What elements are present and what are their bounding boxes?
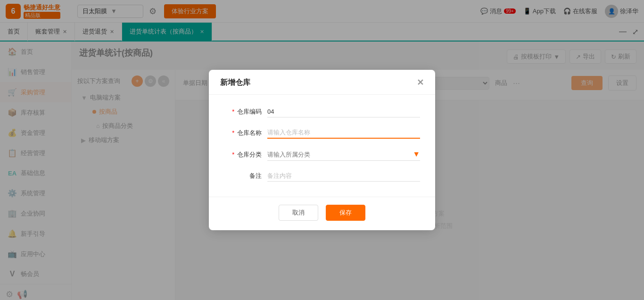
modal-overlay[interactable]: 新增仓库 ✕ * 仓库编码 * 仓库名称 xyxy=(0,0,644,300)
remark-label: 备注 xyxy=(224,172,262,180)
code-required-mark: * xyxy=(232,108,234,115)
form-row-category: * 仓库分类 ▼ xyxy=(224,148,420,161)
category-select-row[interactable]: ▼ xyxy=(267,148,420,161)
dialog-close-btn[interactable]: ✕ xyxy=(417,77,424,88)
category-required-mark: * xyxy=(232,151,234,158)
save-btn[interactable]: 保存 xyxy=(326,205,365,221)
new-warehouse-dialog: 新增仓库 ✕ * 仓库编码 * 仓库名称 xyxy=(209,70,435,230)
name-input[interactable] xyxy=(267,127,420,139)
form-row-code: * 仓库编码 xyxy=(224,106,420,117)
dialog-body: * 仓库编码 * 仓库名称 * 仓库分类 xyxy=(209,95,435,197)
dialog-title: 新增仓库 xyxy=(220,78,250,88)
form-row-remark: 备注 xyxy=(224,170,420,182)
category-label: * 仓库分类 xyxy=(224,150,262,159)
code-label: * 仓库编码 xyxy=(224,108,262,116)
name-label: * 仓库名称 xyxy=(224,129,262,137)
category-dropdown-arrow: ▼ xyxy=(413,150,420,158)
cancel-btn[interactable]: 取消 xyxy=(279,205,318,221)
category-input[interactable] xyxy=(267,151,413,158)
remark-input[interactable] xyxy=(267,170,420,182)
form-row-name: * 仓库名称 xyxy=(224,127,420,139)
dialog-footer: 取消 保存 xyxy=(209,197,435,230)
code-input[interactable] xyxy=(267,106,420,117)
dialog-header: 新增仓库 ✕ xyxy=(209,70,435,95)
name-required-mark: * xyxy=(232,129,234,136)
